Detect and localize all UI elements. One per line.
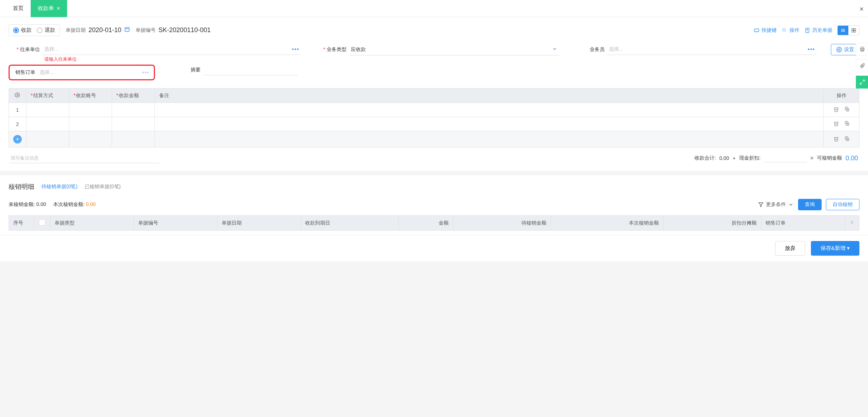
filter-icon (758, 202, 764, 207)
wcol-amount: 金额 (398, 216, 453, 231)
delete-icon[interactable] (833, 106, 839, 113)
wcol-type: 单据类型 (50, 216, 134, 231)
document-icon (804, 27, 810, 33)
settings-button[interactable]: 设置 (831, 44, 859, 55)
view-list-icon[interactable] (838, 26, 848, 35)
operate-button[interactable]: 操作 (782, 27, 799, 34)
more-dots-icon[interactable]: ••• (808, 46, 815, 52)
writeoff-table: 序号 单据类型 单据编号 单据日期 收款到期日 金额 待核销金额 本次核销金额 … (9, 215, 859, 231)
gear-icon (836, 47, 842, 52)
cancel-button[interactable]: 放弃 (775, 241, 805, 256)
add-row-button[interactable]: + (13, 135, 22, 144)
svg-rect-20 (852, 30, 854, 32)
date-value[interactable]: 2020-01-10 (89, 26, 121, 34)
auto-writeoff-button[interactable]: 自动核销 (826, 199, 859, 210)
col-amount: *收款金额 (112, 89, 155, 103)
row-index: 2 (9, 117, 26, 131)
svg-point-11 (784, 30, 786, 31)
table-row[interactable]: 1 (9, 103, 859, 117)
writeoff-amt-value: 0.00 (846, 155, 858, 162)
writeoff-amt-label: 可核销金额 (817, 155, 842, 161)
calendar-icon[interactable] (124, 26, 130, 34)
copy-icon[interactable] (844, 106, 850, 113)
side-print-icon[interactable] (856, 43, 868, 56)
wcol-idx: 序号 (9, 216, 34, 231)
tab-done-writeoff[interactable]: 已核销单据(0笔) (85, 184, 121, 190)
svg-rect-18 (852, 28, 854, 30)
operate-label: 操作 (789, 27, 799, 34)
party-input[interactable]: 选择... ••• (43, 44, 301, 55)
plus-sign: + (733, 155, 736, 161)
code-label: 单据编号 (136, 27, 156, 34)
discount-input[interactable] (764, 154, 807, 162)
add-row: + (9, 131, 859, 147)
wcol-discount: 折扣分摊额 (663, 216, 761, 231)
delete-icon[interactable] (833, 136, 839, 143)
wcol-order: 销售订单 (761, 216, 845, 231)
wcol-this: 本次核销金额 (551, 216, 663, 231)
more-conditions-button[interactable]: 更多条件 (758, 201, 794, 208)
shortcut-button[interactable]: 快捷键 (754, 27, 777, 34)
close-icon[interactable]: × (57, 5, 60, 12)
date-label: 单据日期 (66, 27, 86, 34)
svg-point-22 (838, 49, 840, 50)
tab-receipt[interactable]: 收款单 × (31, 0, 67, 17)
more-dots-icon[interactable]: ••• (292, 46, 299, 52)
total-label: 收款合计: (695, 155, 716, 161)
operator-input[interactable]: 选择... ••• (607, 44, 817, 55)
radio-receive[interactable]: 收款 (13, 27, 32, 34)
party-label: *往来单位 (9, 46, 43, 53)
svg-point-9 (784, 28, 786, 29)
row-index: 1 (9, 103, 26, 117)
party-placeholder: 选择... (44, 46, 59, 52)
salesorder-input[interactable]: 选择... ••• (38, 67, 151, 78)
copy-icon[interactable] (844, 121, 850, 127)
tab-pending-writeoff[interactable]: 待核销单据(0笔) (41, 184, 77, 190)
copy-icon[interactable] (844, 136, 850, 143)
view-toggle (837, 25, 859, 35)
more-cond-label: 更多条件 (766, 201, 786, 208)
chevron-down-icon: ▾ (847, 245, 850, 251)
biztype-label: *业务类型 (315, 46, 349, 53)
delete-icon[interactable] (833, 121, 839, 127)
svg-rect-0 (125, 27, 129, 31)
total-value: 0.00 (719, 155, 729, 161)
svg-line-40 (860, 82, 862, 84)
svg-marker-34 (851, 221, 853, 222)
close-all-icon[interactable]: × (859, 5, 864, 13)
wcol-sort[interactable] (845, 216, 859, 231)
query-button[interactable]: 查询 (798, 199, 822, 210)
wcol-checkbox (34, 216, 50, 231)
more-dots-icon[interactable]: ••• (142, 70, 150, 75)
party-error: 请输入往来单位 (44, 56, 77, 62)
checkbox[interactable] (39, 219, 45, 226)
history-button[interactable]: 历史单据 (804, 27, 832, 34)
remark-input[interactable] (10, 153, 160, 163)
gear-header-icon[interactable] (9, 89, 26, 103)
thisamt: 本次核销金额: 0.00 (53, 201, 96, 208)
summary-input[interactable] (203, 65, 298, 75)
save-label: 保存&新增 (821, 245, 846, 251)
svg-marker-33 (759, 203, 763, 207)
radio-refund-label: 退款 (45, 27, 55, 34)
history-label: 历史单据 (812, 27, 832, 34)
biztype-select[interactable]: 应收款 (349, 44, 559, 55)
shortcut-label: 快捷键 (762, 27, 777, 34)
radio-refund[interactable]: 退款 (37, 27, 55, 34)
svg-marker-35 (851, 223, 853, 224)
chevron-down-icon (552, 46, 557, 53)
col-account: *收款账号 (69, 89, 112, 103)
side-expand-icon[interactable] (856, 76, 868, 89)
view-grid-icon[interactable] (848, 26, 859, 35)
receipt-type-radio-group: 收款 退款 (9, 24, 60, 36)
svg-line-39 (863, 80, 864, 82)
side-attach-icon[interactable] (856, 59, 868, 72)
code-value: SK-20200110-001 (158, 26, 211, 34)
svg-point-23 (17, 94, 18, 96)
keyboard-icon (754, 27, 760, 33)
save-new-button[interactable]: 保存&新增 ▾ (811, 241, 859, 256)
wcol-date: 单据日期 (217, 216, 301, 231)
table-row[interactable]: 2 (9, 117, 859, 131)
tab-home[interactable]: 首页 (6, 0, 31, 17)
svg-rect-19 (854, 28, 856, 30)
